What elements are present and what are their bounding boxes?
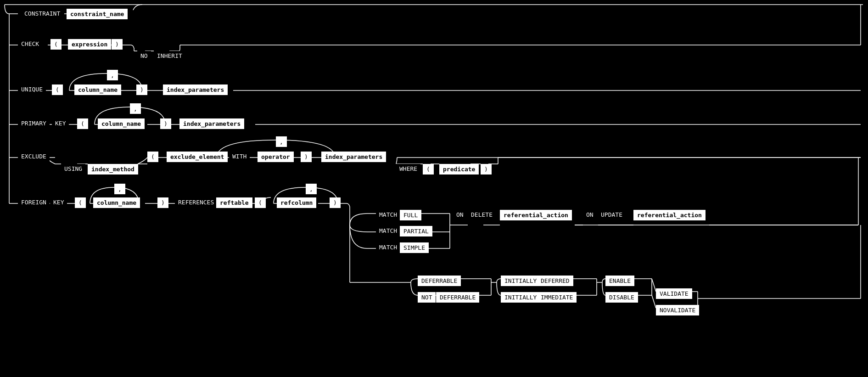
where-node: WHERE [396, 164, 420, 174]
comma5-node: , [114, 184, 125, 194]
deferrable-node: DEFERRABLE [418, 276, 461, 286]
rparen5-node: ) [481, 164, 492, 174]
on-delete-node: ON [453, 210, 467, 219]
deferred-node: DEFERRED [537, 276, 573, 286]
rparen4-node: ) [301, 152, 312, 162]
exclude-node: EXCLUDE [18, 152, 50, 161]
constraint-node: CONSTRAINT [21, 9, 63, 18]
delete-node: DELETE [468, 210, 496, 219]
comma4-node: , [306, 184, 317, 194]
rparen6-node: ) [157, 197, 168, 208]
referential-action1-node: referential_action [500, 210, 572, 220]
partial-node: PARTIAL [400, 226, 432, 236]
lparen6-node: ( [75, 197, 86, 208]
svg-line-98 [652, 279, 656, 292]
using-node: USING [61, 164, 85, 174]
referential-action2-node: referential_action [633, 210, 706, 220]
validate-node: VALIDATE [656, 288, 692, 299]
on-update-node: ON [583, 210, 597, 219]
column-name3-node: column_name [93, 197, 140, 208]
rparen7-node: ) [330, 197, 341, 208]
predicate-node: predicate [439, 164, 479, 174]
simple-node: SIMPLE [400, 242, 429, 253]
novalidate-node: NOVALIDATE [656, 305, 699, 315]
diagram: CONSTRAINTconstraint_nameCHECK(expressio… [0, 0, 868, 377]
comma2-node: , [130, 103, 141, 114]
index-parameters3-node: index_parameters [321, 152, 386, 162]
index-method-node: index_method [88, 164, 138, 174]
constraint-name-node: constraint_name [67, 9, 128, 19]
update-node: UPDATE [598, 210, 626, 219]
match2-node: MATCH [376, 226, 400, 236]
lparen4-node: ( [147, 152, 158, 162]
rparen2-node: ) [136, 84, 147, 95]
refcolumn-node: refcolumn [277, 197, 316, 208]
rparen3-node: ) [160, 118, 171, 129]
comma1-node: , [107, 70, 118, 80]
match-node: MATCH [376, 210, 400, 219]
lparen2-node: ( [52, 84, 63, 95]
reftable-node: reftable [216, 197, 252, 208]
lparen7-node: ( [255, 197, 266, 208]
initially2-node: INITIALLY [501, 292, 540, 303]
exclude-element-node: exclude_element [167, 152, 228, 162]
deferrable2-node: DEFERRABLE [436, 292, 479, 303]
expression-node: expression [68, 39, 111, 50]
unique-node: UNIQUE [18, 84, 46, 94]
primary-node: PRIMARY [18, 118, 50, 128]
svg-line-99 [652, 295, 656, 308]
inherit-node: INHERIT [154, 51, 185, 61]
check-node: CHECK [18, 39, 42, 49]
with-node: WITH [229, 152, 250, 161]
not-node: NOT [418, 292, 436, 303]
enable-node: ENABLE [605, 276, 634, 286]
references-node: REFERENCES [175, 197, 217, 207]
full-node: FULL [400, 210, 421, 220]
initially1-node: INITIALLY [501, 276, 540, 286]
index-parameters2-node: index_parameters [179, 118, 244, 129]
foreign-node: FOREIGN [18, 197, 50, 207]
lparen3-node: ( [77, 118, 88, 129]
index-parameters1-node: index_parameters [163, 84, 228, 95]
rparen1-node: ) [112, 39, 123, 50]
match3-node: MATCH [376, 242, 400, 252]
key1-node: KEY [52, 118, 69, 128]
no-node: NO [137, 51, 151, 61]
lparen1-node: ( [50, 39, 62, 50]
key2-node: KEY [50, 197, 67, 207]
disable-node: DISABLE [605, 292, 638, 303]
immediate-node: IMMEDIATE [537, 292, 577, 303]
lparen5-node: ( [423, 164, 434, 174]
comma3-node: , [276, 136, 287, 147]
column-name1-node: column_name [74, 84, 121, 95]
column-name2-node: column_name [98, 118, 145, 129]
operator-node: operator [258, 152, 294, 162]
